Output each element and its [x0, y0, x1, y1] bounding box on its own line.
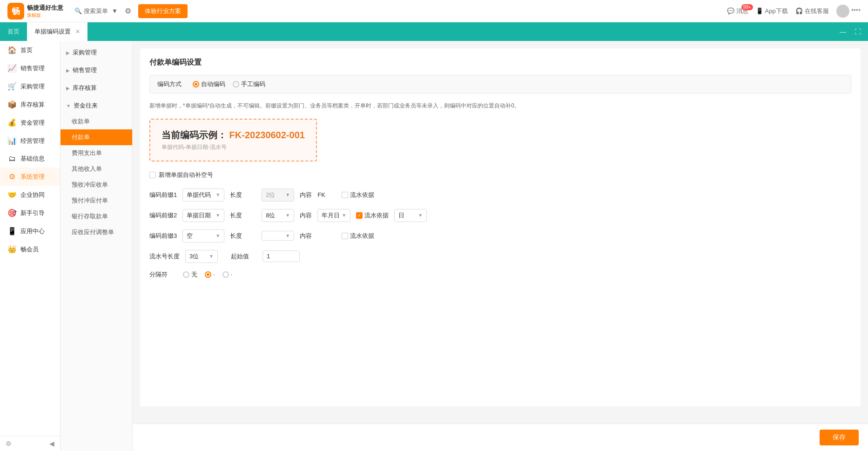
sidebar-item-member[interactable]: 👑 畅会员: [0, 240, 60, 258]
logo-area: 畅 畅捷通好生意 旗舰版: [7, 3, 63, 20]
sub-item-receipt[interactable]: 收款单: [61, 114, 132, 129]
app-download[interactable]: 📱 App下载: [756, 7, 788, 15]
sidebar-item-system[interactable]: ⚙ 系统管理: [0, 168, 60, 186]
content-area: 付款单编码设置 编码方式 自动编码 手工编码: [133, 41, 868, 424]
prefix2-select[interactable]: 单据日期 ▼: [182, 209, 224, 222]
sub-item-income[interactable]: 其他收入单: [61, 161, 132, 177]
serial-length-select[interactable]: 3位 ▼: [185, 250, 218, 263]
sidebar-operation-label: 经营管理: [20, 137, 45, 145]
sidebar-item-newguide[interactable]: 🎯 新手引导: [0, 204, 60, 222]
content2-select[interactable]: 年月日 ▼: [317, 209, 350, 222]
tab-close-icon[interactable]: ✕: [75, 28, 80, 35]
sub-group-inventory: ▶ 库存核算: [61, 80, 132, 96]
expand-icon[interactable]: ⛶: [851, 25, 864, 38]
sub-group-inventory-header[interactable]: ▶ 库存核算: [61, 80, 132, 96]
sep-dot-radio[interactable]: [205, 271, 211, 278]
online-service[interactable]: 🎧 在线客服: [795, 7, 829, 15]
sep-none-radio[interactable]: [183, 271, 189, 278]
sidebar-item-basic[interactable]: 🗂 基础信息: [0, 150, 60, 168]
length2-select[interactable]: 8位 ▼: [262, 209, 294, 222]
logo-subtitle: 旗舰版: [27, 12, 63, 19]
tab-code-settings[interactable]: 单据编码设置 ✕: [27, 22, 87, 41]
sub-group-finance-header[interactable]: ▼ 资金往来: [61, 98, 132, 114]
prefix1-arrow-icon: ▼: [215, 192, 220, 197]
header-right: 💬 消息 99+ 📱 App下载 🎧 在线客服 ****: [727, 5, 861, 18]
sub-group-finance: ▼ 资金往来 收款单 付款单 费用支出单 其他收入单 预收冲应收单 预付冲应付单…: [61, 98, 132, 240]
prefix2-label: 编码前缀2: [149, 211, 177, 220]
sep-dash-radio[interactable]: [222, 271, 229, 278]
coding-method-row: 编码方式 自动编码 手工编码: [149, 75, 851, 94]
sub-item-bank[interactable]: 银行存取款单: [61, 209, 132, 224]
sidebar-basic-label: 基础信息: [20, 155, 45, 163]
main-layout: 🏠 首页 📈 销售管理 🛒 采购管理 📦 库存核算 💰 资金管理 📊 经营管理 …: [0, 41, 868, 451]
sidebar-item-operation[interactable]: 📊 经营管理: [0, 132, 60, 150]
auto-code-radio[interactable]: [193, 81, 199, 88]
sidebar-item-cooperation[interactable]: 🤝 企业协同: [0, 186, 60, 204]
sub-group-purchase-header[interactable]: ▶ 采购管理: [61, 45, 132, 61]
prefix3-select[interactable]: 空 ▼: [182, 229, 224, 242]
flow1-checkbox[interactable]: [342, 192, 348, 198]
flow3-checkbox[interactable]: [342, 233, 348, 239]
sub-group-sales-label: 销售管理: [73, 66, 97, 74]
prefix2-row: 编码前缀2 单据日期 ▼ 长度 8位 ▼ 内容 年月日 ▼: [149, 209, 851, 222]
sep-dash-option[interactable]: ·: [222, 271, 233, 278]
logo-icon: 畅: [7, 3, 24, 20]
manual-code-option[interactable]: 手工编码: [233, 80, 265, 88]
sub-item-adjustment[interactable]: 应收应付调整单: [61, 224, 132, 240]
auto-fill-checkbox[interactable]: [149, 172, 156, 178]
prefix3-label: 编码前缀3: [149, 232, 177, 240]
header-left: 畅 畅捷通好生意 旗舰版 🔍 搜索菜单 ▼ ⚙ 体验行业方案: [7, 3, 188, 20]
separator-row: 分隔符 无 · ·: [149, 270, 851, 279]
auto-code-option[interactable]: 自动编码: [193, 80, 225, 88]
sub-item-advance-offset[interactable]: 预付冲应付单: [61, 193, 132, 209]
minimize-icon[interactable]: —: [836, 25, 849, 38]
sub-item-prepay-offset[interactable]: 预收冲应收单: [61, 177, 132, 193]
search-menu[interactable]: 🔍 搜索菜单: [74, 7, 108, 15]
nav-dropdown[interactable]: ▼: [112, 7, 118, 14]
sidebar-item-sales[interactable]: 📈 销售管理: [0, 59, 60, 77]
length1-select[interactable]: 2位 ▼: [262, 188, 294, 202]
code-desc: 单据代码-单据日期-流水号: [161, 143, 305, 151]
start-value-input[interactable]: [262, 250, 300, 262]
settings-icon[interactable]: ⚙: [121, 5, 135, 18]
sub-group-sales-header[interactable]: ▶ 销售管理: [61, 62, 132, 78]
code-preview-box: 当前编码示例： FK-20230602-001 单据代码-单据日期-流水号: [149, 119, 317, 162]
sub-item-expense[interactable]: 费用支出单: [61, 145, 132, 161]
coding-radio-group: 自动编码 手工编码: [193, 80, 265, 88]
sidebar-member-label: 畅会员: [20, 245, 39, 254]
sidebar-settings-icon[interactable]: ⚙: [6, 440, 12, 447]
sidebar-item-inventory[interactable]: 📦 库存核算: [0, 95, 60, 114]
sidebar-item-home[interactable]: 🏠 首页: [0, 41, 60, 59]
length3-select[interactable]: ▼: [262, 231, 294, 241]
purchase-icon: 🛒: [7, 82, 17, 91]
message-area[interactable]: 💬 消息 99+: [727, 7, 748, 15]
sidebar-collapse-icon[interactable]: ◀: [49, 440, 54, 447]
tab-home[interactable]: 首页: [0, 22, 27, 41]
prefix1-select[interactable]: 单据代码 ▼: [182, 188, 224, 202]
length3-arrow-icon: ▼: [285, 233, 290, 238]
sidebar-item-appcenter[interactable]: 📱 应用中心: [0, 222, 60, 240]
sep-dot-option[interactable]: ·: [205, 271, 215, 278]
flow1-check[interactable]: 流水依据: [342, 191, 374, 199]
flow3-check[interactable]: 流水依据: [342, 232, 374, 240]
sub-item-payment[interactable]: 付款单: [61, 129, 132, 145]
trial-button[interactable]: 体验行业方案: [138, 4, 188, 18]
user-info[interactable]: ****: [836, 5, 861, 18]
logo-title: 畅捷通好生意: [27, 4, 63, 12]
logo-text: 畅捷通好生意 旗舰版: [27, 4, 63, 19]
sidebar-appcenter-label: 应用中心: [20, 227, 45, 236]
flow2-check[interactable]: ✓ 流水依据: [356, 211, 389, 220]
sidebar-item-finance[interactable]: 💰 资金管理: [0, 114, 60, 132]
flow2-checkbox[interactable]: ✓: [356, 212, 363, 219]
avatar: [836, 5, 849, 18]
save-button[interactable]: 保存: [820, 430, 859, 445]
sep-none-option[interactable]: 无: [183, 270, 197, 279]
inventory-icon: 📦: [7, 100, 17, 109]
flow2-unit-select[interactable]: 日 ▼: [394, 209, 427, 222]
sidebar-system-label: 系统管理: [20, 173, 45, 181]
manual-code-radio[interactable]: [233, 81, 239, 88]
prefix3-value: 空: [187, 232, 193, 240]
sidebar-item-purchase[interactable]: 🛒 采购管理: [0, 77, 60, 95]
length2-label: 长度: [230, 211, 256, 220]
code-example-label: 当前编码示例：: [161, 130, 227, 140]
